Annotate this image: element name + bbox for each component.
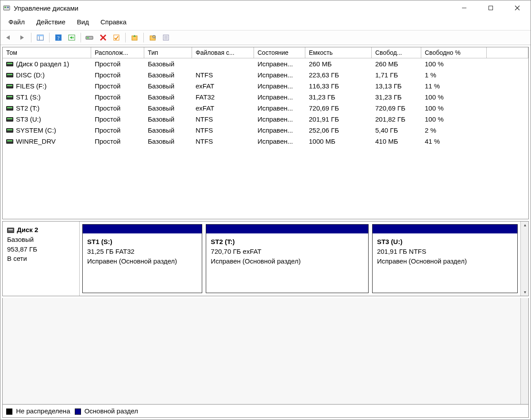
svg-rect-2 — [7, 7, 9, 8]
partition-size-fs: 201,91 ГБ NTFS — [377, 247, 513, 256]
volume-layout: Простой — [91, 137, 144, 146]
close-button[interactable] — [504, 0, 531, 15]
volume-row[interactable]: WINRE_DRVПростойБазовыйNTFSИсправен...10… — [3, 136, 528, 147]
volume-list-pane: Том Располож... Тип Файловая с... Состоя… — [2, 47, 529, 219]
properties-button[interactable] — [111, 32, 122, 43]
col-fs[interactable]: Файловая с... — [192, 47, 254, 58]
svg-rect-16 — [72, 37, 74, 38]
list-button[interactable] — [160, 32, 172, 43]
volume-fs: NTFS — [192, 126, 254, 135]
volume-type: Базовый — [144, 59, 192, 69]
volume-capacity: 1000 МБ — [305, 137, 372, 146]
volume-layout: Простой — [91, 115, 144, 124]
disk-info[interactable]: Диск 2 Базовый 953,87 ГБ В сети — [3, 221, 80, 296]
volume-icon — [6, 139, 13, 144]
volume-capacity: 223,63 ГБ — [305, 70, 372, 80]
volume-row[interactable]: ST1 (S:)ПростойБазовыйFAT32Исправен...31… — [3, 92, 528, 103]
legend-unallocated-label: Не распределена — [16, 407, 70, 415]
app-icon — [3, 4, 10, 11]
volume-status: Исправен... — [254, 59, 305, 69]
partition-header — [83, 225, 202, 233]
forward-button[interactable] — [16, 32, 28, 43]
volume-type: Базовый — [144, 126, 192, 135]
volume-layout: Простой — [91, 59, 144, 69]
menu-file[interactable]: Файл — [4, 17, 29, 27]
volume-name-cell: WINRE_DRV — [3, 137, 91, 146]
volume-status: Исправен... — [254, 103, 305, 113]
menu-view[interactable]: Вид — [73, 17, 93, 27]
lower-pane — [2, 298, 529, 404]
disk-graphical-pane: Диск 2 Базовый 953,87 ГБ В сети ST1 (S:)… — [2, 221, 529, 296]
volume-type: Базовый — [144, 103, 192, 113]
volume-freepct: 100 % — [421, 115, 487, 124]
volume-row[interactable]: (Диск 0 раздел 1)ПростойБазовыйИсправен.… — [3, 58, 528, 69]
delete-button[interactable] — [97, 32, 109, 43]
help-button[interactable]: ? — [53, 32, 64, 43]
volume-list-header: Том Располож... Тип Файловая с... Состоя… — [3, 47, 528, 58]
attach-vhd-button[interactable] — [84, 32, 96, 43]
volume-row[interactable]: ST3 (U:)ПростойБазовыйNTFSИсправен...201… — [3, 114, 528, 125]
col-spacer — [487, 47, 528, 58]
volume-free: 201,82 ГБ — [372, 115, 421, 124]
toolbar-separator — [49, 33, 50, 42]
volume-type: Базовый — [144, 137, 192, 146]
partition[interactable]: ST2 (T:)720,70 ГБ exFATИсправен (Основно… — [206, 224, 369, 293]
refresh-button[interactable] — [66, 32, 77, 43]
lower-blank-area — [3, 298, 520, 404]
disk-pane-scrollbar[interactable]: ▴ ▾ — [520, 221, 528, 296]
svg-rect-10 — [37, 35, 43, 36]
swatch-primary-icon — [75, 409, 81, 415]
volume-row[interactable]: ST2 (T:)ПростойБазовыйexFATИсправен...72… — [3, 103, 528, 114]
menu-help[interactable]: Справка — [96, 17, 131, 27]
disk-type: Базовый — [7, 235, 75, 244]
svg-text:?: ? — [57, 35, 59, 41]
volume-status: Исправен... — [254, 70, 305, 80]
volume-name-cell: SYSTEM (C:) — [3, 126, 91, 135]
col-volume[interactable]: Том — [3, 47, 91, 58]
partition-header — [373, 225, 517, 233]
volume-type: Базовый — [144, 70, 192, 80]
svg-marker-15 — [70, 36, 72, 39]
volume-row[interactable]: SYSTEM (C:)ПростойБазовыйNTFSИсправен...… — [3, 125, 528, 136]
find-button[interactable] — [147, 32, 158, 43]
partition-status: Исправен (Основной раздел) — [377, 256, 513, 266]
legend-primary: Основной раздел — [75, 407, 139, 415]
minimize-button[interactable] — [451, 0, 477, 15]
col-free[interactable]: Свобод... — [372, 47, 421, 58]
col-type[interactable]: Тип — [144, 47, 192, 58]
toolbar-separator — [31, 33, 31, 42]
volume-name: ST2 (T:) — [16, 104, 39, 112]
volume-row[interactable]: FILES (F:)ПростойБазовыйexFATИсправен...… — [3, 80, 528, 92]
show-hide-console-tree-button[interactable] — [35, 32, 46, 43]
volume-freepct: 2 % — [421, 126, 487, 135]
toolbar-separator — [81, 33, 81, 42]
volume-fs: NTFS — [192, 115, 254, 124]
menu-action[interactable]: Действие — [32, 17, 70, 27]
volume-status: Исправен... — [254, 126, 305, 135]
back-button[interactable] — [3, 32, 15, 43]
disk-size: 953,87 ГБ — [7, 244, 75, 254]
volume-row[interactable]: DISC (D:)ПростойБазовыйNTFSИсправен...22… — [3, 69, 528, 80]
volume-status: Исправен... — [254, 137, 305, 146]
partition-body: ST2 (T:)720,70 ГБ exFATИсправен (Основно… — [206, 233, 368, 268]
lower-pane-scrollbar[interactable] — [520, 298, 528, 404]
col-layout[interactable]: Располож... — [91, 47, 144, 58]
volume-layout: Простой — [91, 92, 144, 102]
volume-icon — [6, 128, 13, 133]
partition[interactable]: ST3 (U:)201,91 ГБ NTFSИсправен (Основной… — [372, 224, 518, 293]
partition-size-fs: 31,25 ГБ FAT32 — [87, 247, 197, 256]
partition[interactable]: ST1 (S:)31,25 ГБ FAT32Исправен (Основной… — [82, 224, 202, 293]
col-status[interactable]: Состояние — [254, 47, 305, 58]
volume-list-body[interactable]: (Диск 0 раздел 1)ПростойБазовыйИсправен.… — [3, 58, 528, 219]
col-freepct[interactable]: Свободно % — [421, 47, 487, 58]
volume-name: ST1 (S:) — [16, 93, 41, 101]
volume-free: 1,71 ГБ — [372, 70, 421, 80]
legend-bar: Не распределена Основной раздел — [2, 404, 529, 418]
svg-rect-18 — [87, 37, 89, 38]
window-controls — [451, 0, 531, 15]
volume-freepct: 11 % — [421, 81, 487, 91]
maximize-button[interactable] — [477, 0, 504, 15]
volume-type: Базовый — [144, 92, 192, 102]
col-capacity[interactable]: Емкость — [305, 47, 372, 58]
up-button[interactable] — [129, 32, 140, 43]
